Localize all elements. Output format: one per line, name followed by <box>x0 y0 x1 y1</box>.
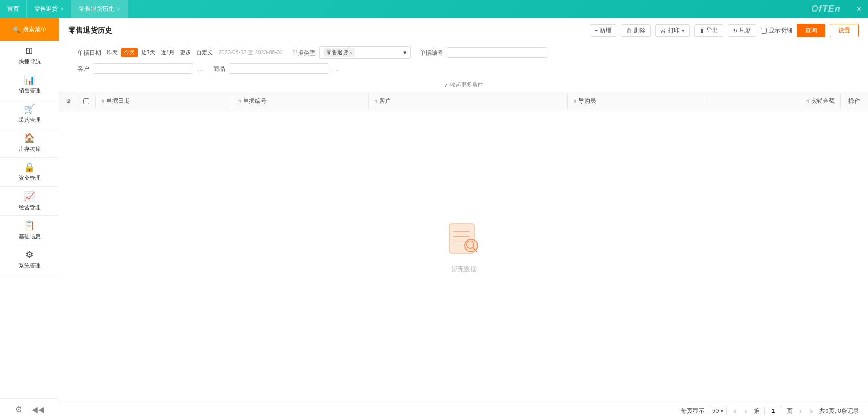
sidebar-item-sales[interactable]: 📊 销售管理 <box>0 70 59 99</box>
filter-area: 单据日期 昨天 今天 近7天 近1月 更多 自定义 2023-06-02 至 2… <box>68 42 859 92</box>
filter-row-1: 单据日期 昨天 今天 近7天 近1月 更多 自定义 2023-06-02 至 2… <box>77 46 850 59</box>
empty-icon <box>441 219 487 260</box>
tab-retail-return[interactable]: 零售退货 × <box>27 0 72 18</box>
delete-button[interactable]: 🗑 删除 <box>621 24 651 37</box>
th-guide-sort-icon: ⇅ <box>573 99 577 104</box>
date-filter: 单据日期 昨天 今天 近7天 近1月 更多 自定义 2023-06-02 至 2… <box>77 48 283 57</box>
date-filter-label: 单据日期 <box>77 49 101 57</box>
collapse-row[interactable]: ∧ 收起更多条件 <box>77 78 850 92</box>
table-header: ⚙ ⇅ 单据日期 ⇅ 单据编号 ⇅ 客户 ⇅ <box>59 92 868 110</box>
sidebar-item-label: 经营管理 <box>19 204 41 211</box>
customer-filter: 客户 … <box>77 63 204 74</box>
sidebar-item-basic[interactable]: 📋 基础信息 <box>0 216 59 245</box>
last-page-button[interactable]: » <box>808 407 815 415</box>
tab-home-label: 首页 <box>7 5 19 13</box>
bill-type-filter: 单据类型 零售退货 × ▾ <box>292 46 411 59</box>
tab-home[interactable]: 首页 <box>0 0 27 18</box>
th-bill-no[interactable]: ⇅ 单据编号 <box>232 93 369 109</box>
total-records: 共0页, 0条记录 <box>819 407 859 415</box>
tab-retail-return-label: 零售退货 <box>34 5 58 13</box>
page-title-row: 零售退货历史 + 新增 🗑 删除 🖨 打印 ▾ ⬆ 导出 <box>68 24 859 37</box>
brand-watermark: OfTEn <box>811 4 841 14</box>
more-btn[interactable]: 更多 <box>178 48 193 57</box>
delete-icon: 🗑 <box>626 27 632 34</box>
query-button[interactable]: 查询 <box>797 24 825 37</box>
7days-btn[interactable]: 近7天 <box>139 48 157 57</box>
tab-retail-return-history[interactable]: 零售退货历史 × <box>72 0 128 18</box>
show-detail-input[interactable] <box>761 28 767 34</box>
sidebar-item-label: 销售管理 <box>19 87 41 95</box>
toolbar-right: + 新增 🗑 删除 🖨 打印 ▾ ⬆ 导出 ↻ <box>590 24 859 37</box>
goods-input[interactable] <box>229 63 329 74</box>
th-guide[interactable]: ⇅ 导购员 <box>568 93 704 109</box>
content-area: 零售退货历史 + 新增 🗑 删除 🖨 打印 ▾ ⬆ 导出 <box>59 18 868 420</box>
date-filter-buttons: 昨天 今天 近7天 近1月 更多 自定义 <box>105 48 215 57</box>
bill-type-tag-close[interactable]: × <box>349 50 352 56</box>
sidebar-item-operation[interactable]: 📈 经营管理 <box>0 187 59 216</box>
sidebar-search-label: 搜索菜单 <box>23 26 46 34</box>
th-date-sort-icon: ⇅ <box>101 99 105 104</box>
current-page-input[interactable] <box>764 406 782 415</box>
sidebar-bottom: ⚙ ◀◀ <box>0 398 59 420</box>
per-page-select[interactable]: 50 ▾ <box>709 406 727 415</box>
today-btn[interactable]: 今天 <box>121 48 138 57</box>
filter-row-2: 客户 … 商品 … <box>77 63 850 74</box>
sidebar-item-system[interactable]: ⚙ 系统管理 <box>0 245 59 274</box>
bill-number-filter: 单据编号 <box>420 47 547 58</box>
tab-retail-return-close[interactable]: × <box>61 6 64 12</box>
customer-browse-icon[interactable]: … <box>197 65 204 73</box>
th-date[interactable]: ⇅ 单据日期 <box>96 93 232 109</box>
sidebar-search[interactable]: 🔍 搜索菜单 <box>0 18 59 41</box>
sidebar-item-quick-nav[interactable]: ⊞ 快捷导航 <box>0 41 59 70</box>
prev-page-button[interactable]: ‹ <box>743 407 749 415</box>
bill-number-label: 单据编号 <box>420 49 443 57</box>
custom-btn[interactable]: 自定义 <box>195 48 215 57</box>
1month-btn[interactable]: 近1月 <box>159 48 177 57</box>
show-detail-checkbox[interactable]: 显示明细 <box>761 26 792 35</box>
bill-type-select[interactable]: 零售退货 × ▾ <box>319 46 411 59</box>
inventory-icon: 🏠 <box>24 133 35 143</box>
bill-type-chevron-icon: ▾ <box>403 49 406 56</box>
yesterday-btn[interactable]: 昨天 <box>105 48 119 57</box>
th-settings[interactable]: ⚙ <box>59 94 77 108</box>
sidebar-item-label: 采购管理 <box>19 116 41 124</box>
th-cust-sort-icon: ⇅ <box>374 99 378 104</box>
main-layout: 🔍 搜索菜单 ⊞ 快捷导航 📊 销售管理 🛒 采购管理 🏠 库存核算 🔒 资金管… <box>0 18 868 420</box>
print-icon: 🖨 <box>660 27 666 34</box>
search-icon: 🔍 <box>13 26 20 33</box>
settings-col-icon: ⚙ <box>66 98 71 105</box>
customer-input[interactable] <box>93 63 193 74</box>
tab-retail-return-history-label: 零售退货历史 <box>79 5 114 13</box>
window-close-button[interactable]: × <box>850 0 868 18</box>
sidebar-item-finance[interactable]: 🔒 资金管理 <box>0 158 59 187</box>
print-button[interactable]: 🖨 打印 ▾ <box>655 24 690 37</box>
th-amount[interactable]: ⇅ 实销金额 <box>704 93 841 109</box>
goods-browse-icon[interactable]: … <box>333 65 340 73</box>
export-button[interactable]: ⬆ 导出 <box>694 24 723 37</box>
th-bill-sort-icon: ⇅ <box>238 99 241 104</box>
page-header: 零售退货历史 + 新增 🗑 删除 🖨 打印 ▾ ⬆ 导出 <box>59 18 868 92</box>
sidebar-item-label: 系统管理 <box>19 262 41 270</box>
sidebar-item-purchase[interactable]: 🛒 采购管理 <box>0 99 59 128</box>
per-page-label: 每页显示 <box>681 407 704 415</box>
settings-icon[interactable]: ⚙ <box>15 405 22 415</box>
sidebar-item-inventory[interactable]: 🏠 库存核算 <box>0 128 59 158</box>
finance-icon: 🔒 <box>24 162 35 173</box>
add-button[interactable]: + 新增 <box>590 24 616 37</box>
sound-icon[interactable]: ◀◀ <box>31 405 44 415</box>
operation-icon: 📈 <box>24 191 35 202</box>
tab-retail-return-history-close[interactable]: × <box>117 6 120 12</box>
empty-state: 暂无数据 <box>59 110 868 401</box>
next-page-button[interactable]: › <box>797 407 803 415</box>
page-title: 零售退货历史 <box>68 26 112 36</box>
setting-button[interactable]: 设置 <box>830 24 859 37</box>
th-check[interactable] <box>77 95 96 108</box>
bill-type-tag: 零售退货 × <box>324 48 355 57</box>
th-customer[interactable]: ⇅ 客户 <box>369 93 568 109</box>
bill-number-input[interactable] <box>447 47 547 58</box>
select-all-checkbox[interactable] <box>83 98 89 104</box>
bill-type-label: 单据类型 <box>292 49 316 57</box>
first-page-button[interactable]: « <box>731 407 739 415</box>
refresh-button[interactable]: ↻ 刷新 <box>728 24 756 37</box>
date-range-value: 2023-06-02 至 2023-06-02 <box>218 49 282 56</box>
